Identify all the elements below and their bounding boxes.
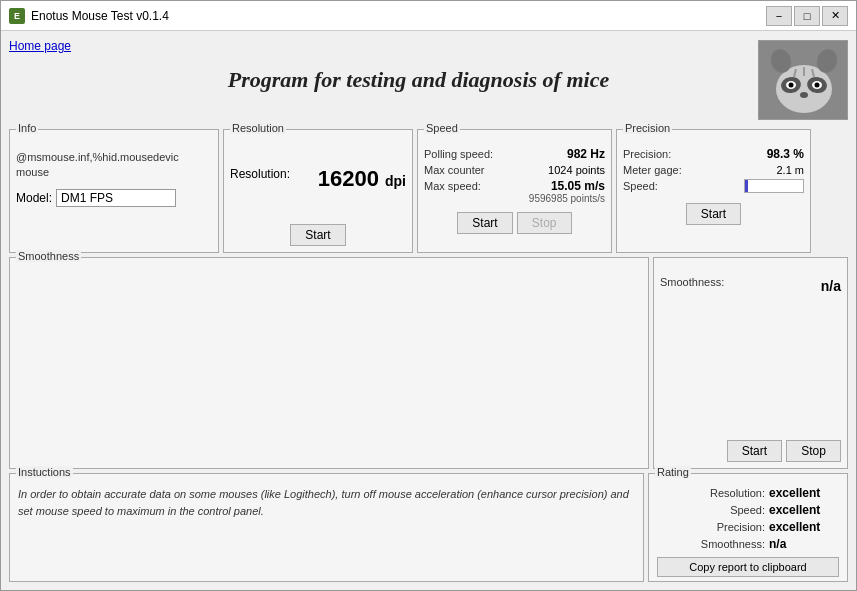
smoothness-graph-panel: Smoothness: [9, 257, 649, 469]
smoothness-left-title: Smoothness: [16, 250, 81, 262]
rating-speed-value: excellent: [769, 503, 839, 517]
resolution-panel-title: Resolution: [230, 122, 286, 134]
polling-label: Polling speed:: [424, 148, 493, 160]
precision-speed-label: Speed:: [623, 180, 658, 192]
precision-label: Precision:: [623, 148, 671, 160]
speed-indicator: [744, 179, 804, 193]
instructions-panel: Instuctions In order to obtain accurate …: [9, 473, 644, 582]
resolution-number: 16200: [318, 166, 379, 191]
rating-precision-label: Precision:: [717, 521, 765, 533]
smoothness-stop-button[interactable]: Stop: [786, 440, 841, 462]
speed-indicator-fill: [745, 180, 748, 192]
app-icon: E: [9, 8, 25, 24]
rating-speed-label: Speed:: [730, 504, 765, 516]
smoothness-label: Smoothness:: [660, 276, 724, 288]
window-controls: − □ ✕: [766, 6, 848, 26]
rating-panel: Rating Resolution: excellent Speed: exce…: [648, 473, 848, 582]
precision-value: 98.3 %: [767, 147, 804, 161]
bottom-row: Instuctions In order to obtain accurate …: [9, 473, 848, 582]
rating-resolution-label: Resolution:: [710, 487, 765, 499]
header-row: Home page Program for testing and diagno…: [9, 35, 848, 125]
minimize-button[interactable]: −: [766, 6, 792, 26]
main-content: Home page Program for testing and diagno…: [1, 31, 856, 590]
resolution-start-button[interactable]: Start: [290, 224, 345, 246]
smoothness-value: n/a: [821, 278, 841, 294]
resolution-unit: dpi: [385, 173, 406, 189]
info-panel-title: Info: [16, 122, 38, 134]
speed-panel: Speed Polling speed: 982 Hz Max counter …: [417, 129, 612, 253]
resolution-value: 16200 dpi: [318, 166, 406, 192]
close-button[interactable]: ✕: [822, 6, 848, 26]
meter-gage-value: 2.1 m: [776, 164, 804, 176]
rating-smoothness-value: n/a: [769, 537, 839, 551]
info-panel: Info @msmouse.inf,%hid.mousedevic mouse …: [9, 129, 219, 253]
speed-start-button[interactable]: Start: [457, 212, 512, 234]
precision-start-button[interactable]: Start: [686, 203, 741, 225]
max-speed-label: Max speed:: [424, 180, 481, 192]
home-link[interactable]: Home page: [9, 35, 79, 53]
app-title: Program for testing and diagnosis of mic…: [79, 67, 758, 93]
rating-speed-row: Speed: excellent: [657, 503, 839, 517]
rating-precision-row: Precision: excellent: [657, 520, 839, 534]
title-bar: E Enotus Mouse Test v0.1.4 − □ ✕: [1, 1, 856, 31]
speed-stop-button[interactable]: Stop: [517, 212, 572, 234]
rating-precision-value: excellent: [769, 520, 839, 534]
instructions-text: In order to obtain accurate data on some…: [18, 486, 635, 519]
max-counter-label: Max counter: [424, 164, 485, 176]
max-counter-value: 1024 points: [548, 164, 605, 176]
model-input[interactable]: [56, 189, 176, 207]
copy-report-button[interactable]: Copy report to clipboard: [657, 557, 839, 577]
resolution-label: Resolution:: [230, 167, 290, 181]
points-per-sec: 9596985 points/s: [424, 193, 605, 204]
model-row: Model:: [16, 189, 212, 207]
speed-panel-title: Speed: [424, 122, 460, 134]
rating-resolution-value: excellent: [769, 486, 839, 500]
meter-gage-label: Meter gage:: [623, 164, 682, 176]
polling-value: 982 Hz: [567, 147, 605, 161]
smoothness-right-panel: Smoothness: n/a Start Stop: [653, 257, 848, 469]
window-title: Enotus Mouse Test v0.1.4: [31, 9, 766, 23]
precision-panel-title: Precision: [623, 122, 672, 134]
middle-row: Smoothness Smoothness: n/a Start Stop: [9, 257, 848, 469]
main-window: E Enotus Mouse Test v0.1.4 − □ ✕ Home pa…: [0, 0, 857, 591]
instructions-title: Instuctions: [16, 466, 73, 478]
info-text: @msmouse.inf,%hid.mousedevic mouse: [16, 150, 212, 181]
max-speed-value: 15.05 m/s: [551, 179, 605, 193]
maximize-button[interactable]: □: [794, 6, 820, 26]
rating-title: Rating: [655, 466, 691, 478]
panels-row: Info @msmouse.inf,%hid.mousedevic mouse …: [9, 129, 848, 253]
smoothness-start-button[interactable]: Start: [727, 440, 782, 462]
rating-resolution-row: Resolution: excellent: [657, 486, 839, 500]
rating-smoothness-row: Smoothness: n/a: [657, 537, 839, 551]
precision-panel: Precision Precision: 98.3 % Meter gage: …: [616, 129, 811, 253]
raccoon-image: [758, 40, 848, 120]
model-label: Model:: [16, 191, 52, 205]
resolution-panel: Resolution Resolution: 16200 dpi Start: [223, 129, 413, 253]
rating-smoothness-label: Smoothness:: [701, 538, 765, 550]
